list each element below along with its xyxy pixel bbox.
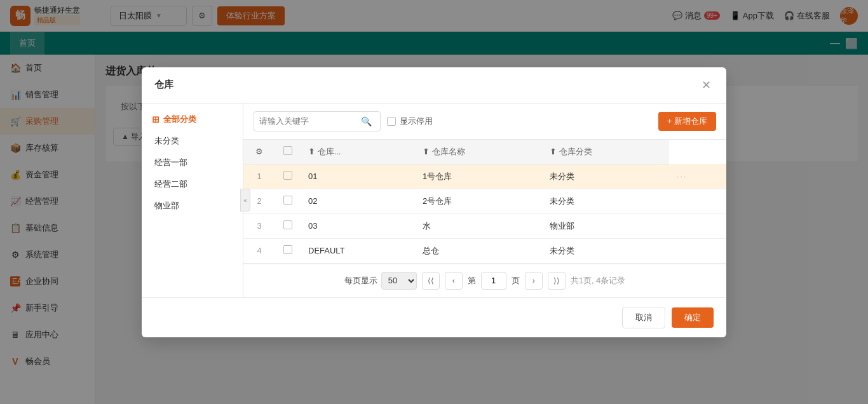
modal-close-button[interactable]: ✕: [698, 77, 714, 93]
table-header: ⚙ ⬆ 仓库... ⬆ 仓库名称: [243, 140, 726, 165]
col-code: ⬆ 仓库...: [301, 140, 415, 165]
row-actions: [669, 213, 726, 238]
row-checkbox[interactable]: [283, 245, 292, 254]
row-name: 1号仓库: [415, 164, 542, 189]
all-categories-label: 全部分类: [163, 114, 196, 125]
table-row[interactable]: 3 03 水 物业部: [243, 213, 726, 238]
row-code: DEFAULT: [301, 238, 415, 263]
col-name: ⬆ 仓库名称: [415, 140, 542, 165]
all-categories-item[interactable]: ⊞ 全部分类: [142, 109, 243, 130]
col-category: ⬆ 仓库分类: [542, 140, 669, 165]
row-checkbox-cell: [275, 213, 301, 238]
row-checkbox-cell: [275, 164, 301, 189]
table-row[interactable]: 4 DEFAULT 总仓 未分类: [243, 238, 726, 263]
row-code: 02: [301, 189, 415, 213]
select-all-checkbox[interactable]: [283, 146, 292, 155]
total-info: 共1页, 4条记录: [571, 275, 626, 286]
search-icon: 🔍: [361, 116, 372, 126]
confirm-button[interactable]: 确定: [672, 307, 714, 328]
table-row[interactable]: 2 02 2号仓库 未分类: [243, 189, 726, 213]
row-code: 03: [301, 213, 415, 238]
search-input-wrap: 🔍: [254, 111, 381, 131]
row-actions: [669, 189, 726, 213]
row-num: 3: [243, 213, 275, 238]
row-actions: [669, 238, 726, 263]
table-header-row: ⚙ ⬆ 仓库... ⬆ 仓库名称: [243, 140, 726, 165]
row-checkbox[interactable]: [283, 171, 292, 180]
category-unclassified[interactable]: 未分类: [142, 130, 243, 152]
row-checkbox[interactable]: [283, 196, 292, 205]
row-name: 2号仓库: [415, 189, 542, 213]
grid-icon: ⊞: [152, 114, 159, 125]
page-size-wrap: 每页显示 50 20 100: [344, 272, 417, 290]
show-disabled-toggle[interactable]: 显示停用: [387, 116, 433, 127]
category-operations-2[interactable]: 经营二部: [142, 173, 243, 195]
modal-header: 仓库 ✕: [142, 67, 726, 104]
category-panel: ⊞ 全部分类 未分类 经营一部 经营二部 物业部 «: [142, 104, 243, 297]
per-page-label: 每页显示: [344, 275, 377, 286]
show-disabled-checkbox[interactable]: [387, 117, 396, 126]
add-warehouse-button[interactable]: + 新增仓库: [658, 112, 716, 131]
last-page-button[interactable]: ⟩⟩: [548, 272, 566, 290]
search-bar: 🔍 显示停用 + 新增仓库: [243, 104, 726, 140]
row-category: 未分类: [542, 238, 669, 263]
warehouse-table: ⚙ ⬆ 仓库... ⬆ 仓库名称: [243, 140, 726, 264]
first-page-button[interactable]: ⟨⟨: [422, 272, 440, 290]
page-unit: 页: [512, 275, 520, 286]
row-actions: ···: [669, 164, 726, 189]
prev-page-button[interactable]: ‹: [445, 272, 463, 290]
category-operations-1[interactable]: 经营一部: [142, 152, 243, 173]
per-page-select[interactable]: 50 20 100: [381, 272, 417, 290]
table-row[interactable]: 1 01 1号仓库 未分类 ···: [243, 164, 726, 189]
row-name: 水: [415, 213, 542, 238]
table: ⚙ ⬆ 仓库... ⬆ 仓库名称: [243, 140, 726, 264]
pagination: 每页显示 50 20 100 ⟨⟨ ‹ 第 页 › ⟩⟩ 共1页, 4条记录: [243, 264, 726, 297]
row-num: 4: [243, 238, 275, 263]
table-body: 1 01 1号仓库 未分类 ··· 2: [243, 164, 726, 263]
row-checkbox[interactable]: [283, 220, 292, 229]
page-label: 第: [468, 275, 476, 286]
row-category: 物业部: [542, 213, 669, 238]
modal-body: ⊞ 全部分类 未分类 经营一部 经营二部 物业部 «: [142, 104, 726, 297]
panel-collapse-button[interactable]: «: [240, 189, 250, 212]
row-code: 01: [301, 164, 415, 189]
page-number-input[interactable]: [481, 272, 506, 290]
row-category: 未分类: [542, 164, 669, 189]
category-property[interactable]: 物业部: [142, 195, 243, 217]
cancel-button[interactable]: 取消: [622, 307, 665, 328]
next-page-button[interactable]: ›: [525, 272, 543, 290]
modal-overlay[interactable]: 仓库 ✕ ⊞ 全部分类 未分类 经营一部 经营二部: [0, 0, 868, 404]
warehouse-modal: 仓库 ✕ ⊞ 全部分类 未分类 经营一部 经营二部: [142, 67, 726, 337]
search-input[interactable]: [259, 116, 361, 126]
row-checkbox-cell: [275, 238, 301, 263]
row-more-button[interactable]: ···: [677, 172, 688, 181]
col-settings: ⚙: [243, 140, 275, 165]
right-panel: 🔍 显示停用 + 新增仓库: [243, 104, 726, 297]
settings-header-icon: ⚙: [255, 147, 263, 156]
row-checkbox-cell: [275, 189, 301, 213]
modal-title: 仓库: [154, 79, 173, 91]
row-category: 未分类: [542, 189, 669, 213]
row-name: 总仓: [415, 238, 542, 263]
modal-footer: 取消 确定: [142, 297, 726, 337]
col-checkbox: [275, 140, 301, 165]
show-disabled-label: 显示停用: [400, 116, 433, 127]
row-num: 1: [243, 164, 275, 189]
